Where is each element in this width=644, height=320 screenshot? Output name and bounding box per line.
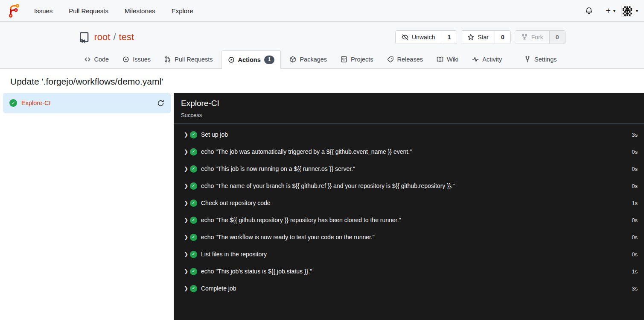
tab-pull-requests[interactable]: Pull Requests <box>159 50 218 68</box>
chevron-right-icon[interactable]: ❯ <box>184 166 190 172</box>
chevron-right-icon[interactable]: ❯ <box>184 234 190 240</box>
step-duration: 0s <box>623 234 638 241</box>
tag-icon <box>387 56 394 63</box>
eye-off-icon <box>402 34 408 41</box>
unwatch-button[interactable]: Unwatch <box>396 31 441 44</box>
navbar-right: + ▾ <box>585 5 638 17</box>
repo-name-link[interactable]: test <box>119 32 134 42</box>
forgejo-logo[interactable] <box>8 4 20 18</box>
star-count[interactable]: 0 <box>495 31 510 44</box>
page: Issues Pull Requests Milestones Explore … <box>0 0 644 320</box>
chevron-right-icon[interactable]: ❯ <box>184 183 190 189</box>
step-name: echo "This job is now running on a ${{ r… <box>201 165 355 172</box>
tab-activity[interactable]: Activity <box>467 50 507 68</box>
chevron-right-icon[interactable]: ❯ <box>184 149 190 155</box>
pulse-icon <box>472 56 479 63</box>
job-success-check-icon: ✓ <box>9 99 17 107</box>
issue-icon <box>122 56 129 63</box>
notifications-button[interactable] <box>585 7 593 15</box>
chevron-right-icon[interactable]: ❯ <box>184 200 190 206</box>
fork-count: 0 <box>549 31 565 44</box>
repo-separator: / <box>113 32 116 42</box>
step-success-icon: ✓ <box>190 165 197 173</box>
step-duration: 0s <box>623 217 638 223</box>
step-name: echo "The workflow is now ready to test … <box>201 234 375 241</box>
step-name: Check out repository code <box>201 200 271 206</box>
step-name: echo "The job was automatically triggere… <box>201 148 412 155</box>
step-name: List files in the repository <box>201 251 267 258</box>
nav-explore[interactable]: Explore <box>172 7 193 15</box>
book-icon <box>437 56 443 63</box>
step-row[interactable]: ❯ ✓ echo "This job's status is ${{ job.s… <box>174 263 644 280</box>
create-new-button[interactable]: + ▾ <box>606 6 615 15</box>
refresh-icon[interactable] <box>157 100 164 107</box>
step-success-icon: ✓ <box>190 217 197 224</box>
tab-projects[interactable]: Projects <box>335 50 378 68</box>
step-name: echo "This job's status is ${{ job.statu… <box>201 268 312 275</box>
run-layout: ✓ Explore-CI Explore-CI Success ❯ <box>0 93 644 320</box>
steps-list: ❯ ✓ Set up job 3s ❯ ✓ echo "The job was … <box>174 124 644 297</box>
tab-wiki[interactable]: Wiki <box>431 50 463 68</box>
step-name: echo "The name of your branch is ${{ git… <box>201 182 455 189</box>
step-row[interactable]: ❯ ✓ List files in the repository 0s <box>174 246 644 263</box>
tab-issues[interactable]: Issues <box>117 50 156 68</box>
step-success-icon: ✓ <box>190 285 197 292</box>
step-row[interactable]: ❯ ✓ echo "This job is now running on a $… <box>174 160 644 177</box>
job-label: Explore-CI <box>21 100 51 106</box>
avatar <box>621 5 633 17</box>
play-circle-icon <box>228 56 235 63</box>
job-run-panel: Explore-CI Success ❯ ✓ Set up job 3s ❯ ✓… <box>174 93 644 320</box>
step-row[interactable]: ❯ ✓ Set up job 3s <box>174 126 644 143</box>
chevron-right-icon[interactable]: ❯ <box>184 268 190 274</box>
tab-actions[interactable]: Actions 1 <box>221 50 281 69</box>
step-success-icon: ✓ <box>190 182 197 190</box>
code-icon <box>84 56 91 63</box>
step-row[interactable]: ❯ ✓ echo "The ${{ github.repository }} r… <box>174 211 644 229</box>
step-name: Complete job <box>201 285 236 292</box>
tab-code[interactable]: Code <box>79 50 114 68</box>
watch-button-group: Unwatch 1 <box>395 30 457 44</box>
tab-packages[interactable]: Packages <box>284 50 332 68</box>
chevron-right-icon[interactable]: ❯ <box>184 217 190 223</box>
chevron-right-icon[interactable]: ❯ <box>184 132 190 138</box>
tab-settings[interactable]: Settings <box>519 50 562 68</box>
step-row[interactable]: ❯ ✓ Check out repository code 1s <box>174 194 644 211</box>
run-job-title: Explore-CI <box>181 99 637 108</box>
actions-count-badge: 1 <box>264 56 275 64</box>
star-button[interactable]: Star <box>461 31 495 44</box>
plus-icon: + <box>606 6 611 15</box>
step-success-icon: ✓ <box>190 131 197 138</box>
chevron-right-icon[interactable]: ❯ <box>184 251 190 257</box>
nav-pull-requests[interactable]: Pull Requests <box>69 7 108 15</box>
chevron-right-icon[interactable]: ❯ <box>184 285 190 291</box>
fork-icon <box>521 34 528 41</box>
step-row[interactable]: ❯ ✓ echo "The workflow is now ready to t… <box>174 229 644 246</box>
step-row[interactable]: ❯ ✓ Complete job 3s <box>174 280 644 297</box>
job-sidebar: ✓ Explore-CI <box>0 93 174 320</box>
step-duration: 0s <box>623 149 638 155</box>
repo-owner-link[interactable]: root <box>94 32 111 42</box>
step-duration: 0s <box>623 166 638 172</box>
repo-breadcrumb: root/test <box>94 32 134 43</box>
main-nav: Issues Pull Requests Milestones Explore <box>34 7 193 15</box>
job-list-item[interactable]: ✓ Explore-CI <box>3 93 171 113</box>
caret-down-icon: ▾ <box>613 9 615 13</box>
tools-icon <box>524 56 531 63</box>
fork-button-group: Fork 0 <box>515 30 565 44</box>
repo-icon <box>79 32 90 43</box>
step-success-icon: ✓ <box>190 148 197 156</box>
step-row[interactable]: ❯ ✓ echo "The job was automatically trig… <box>174 143 644 160</box>
fork-button: Fork <box>515 31 549 44</box>
step-duration: 1s <box>623 200 638 206</box>
step-success-icon: ✓ <box>190 268 197 275</box>
tab-releases[interactable]: Releases <box>382 50 428 68</box>
bell-icon <box>585 7 593 15</box>
step-row[interactable]: ❯ ✓ echo "The name of your branch is ${{… <box>174 177 644 194</box>
repo-title-row: root/test Unwatch 1 <box>79 22 565 50</box>
nav-milestones[interactable]: Milestones <box>125 7 155 15</box>
user-menu-button[interactable]: ▾ <box>621 5 638 17</box>
watch-count[interactable]: 1 <box>441 31 457 44</box>
project-icon <box>341 56 347 63</box>
nav-issues[interactable]: Issues <box>34 7 52 15</box>
step-success-icon: ✓ <box>190 200 197 207</box>
